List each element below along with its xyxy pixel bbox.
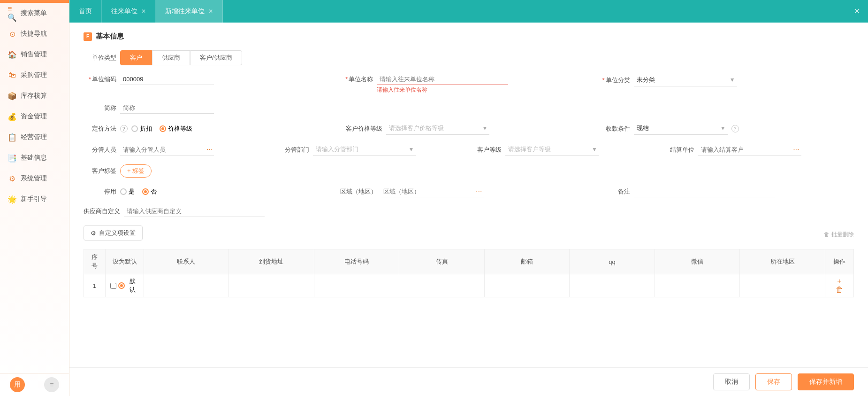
qq-input[interactable] (574, 282, 650, 289)
batch-delete-button[interactable]: 🗑 批量删除 (824, 231, 854, 239)
payment-help-icon[interactable]: ? (731, 125, 739, 132)
tab-partner-close[interactable]: ✕ (141, 8, 146, 15)
sidebar-item-operations[interactable]: 📋 经营管理 (0, 127, 69, 148)
radio-price-level[interactable]: 价格等级 (160, 124, 192, 133)
tab-partner[interactable]: 往来单位 ✕ (102, 0, 156, 23)
sidebar-item-quick-nav[interactable]: ⊙ 快捷导航 (0, 23, 69, 44)
cell-region[interactable] (740, 274, 825, 297)
section-header: F 基本信息 (84, 32, 854, 41)
manager-ellipsis-btn[interactable]: ··· (205, 145, 214, 154)
user-avatar[interactable]: 用 (10, 377, 25, 392)
default-radio[interactable]: 默认 (118, 277, 138, 294)
supplier-custom-group: 供应商自定义 (84, 206, 854, 217)
disabled-label: 停用 (84, 187, 116, 196)
unit-name-input[interactable] (377, 74, 508, 85)
cell-email[interactable] (484, 274, 570, 297)
wechat-input[interactable] (660, 282, 735, 289)
add-row-btn[interactable]: + (836, 277, 843, 286)
delete-row-btn[interactable]: 🗑 (834, 286, 845, 294)
tab-new-partner[interactable]: 新增往来单位 ✕ (156, 0, 223, 23)
sidebar-item-label: 搜索菜单 (21, 9, 47, 17)
customer-level-select[interactable]: 请选择客户等级 ▼ (505, 143, 599, 156)
fax-input[interactable] (404, 282, 480, 289)
sidebar-item-finance[interactable]: 💰 资金管理 (0, 106, 69, 127)
address-input[interactable] (234, 282, 309, 289)
unit-category-group: *单位分类 未分类 ▼ (597, 74, 854, 86)
required-star-name: * (345, 76, 348, 83)
manager-input[interactable] (120, 144, 205, 155)
sidebar-item-label: 系统管理 (21, 174, 47, 183)
manager-label: 分管人员 (84, 146, 116, 154)
unit-code-input[interactable] (120, 74, 214, 85)
customer-price-level-select[interactable]: 请选择客户价格等级 ▼ (386, 122, 489, 135)
settlement-input[interactable] (698, 144, 792, 155)
pricing-radio-group: 折扣 价格等级 (131, 124, 192, 133)
unit-type-btn-group: 客户 供应商 客户/供应商 (120, 50, 242, 65)
payment-terms-label: 收款条件 (597, 124, 630, 133)
cancel-button[interactable]: 取消 (713, 373, 750, 390)
settlement-ellipsis-btn[interactable]: ··· (791, 145, 801, 154)
sales-icon: 🏠 (8, 50, 17, 59)
custom-settings-label: 自定义项设置 (99, 229, 136, 237)
contact-input[interactable] (149, 282, 224, 289)
short-name-input[interactable] (120, 102, 214, 114)
radio-circle-no (142, 188, 149, 195)
sidebar-item-inventory[interactable]: 📦 库存核算 (0, 85, 69, 106)
sidebar-item-label: 资金管理 (21, 112, 47, 121)
settlement-group: 结算单位 ··· (662, 144, 854, 155)
tab-bar-close-btn[interactable]: ✕ (853, 6, 860, 16)
remark-label: 备注 (597, 187, 630, 196)
cell-contact[interactable] (144, 274, 229, 297)
email-input[interactable] (489, 282, 565, 289)
cell-phone[interactable] (314, 274, 399, 297)
row-checkbox[interactable] (110, 283, 116, 289)
disabled-group: 停用 是 否 (84, 187, 340, 196)
type-btn-supplier[interactable]: 供应商 (152, 50, 190, 65)
unit-category-select[interactable]: 未分类 ▼ (634, 74, 737, 86)
sidebar-item-label: 采购管理 (21, 71, 47, 79)
radio-discount[interactable]: 折扣 (131, 124, 152, 133)
remark-input[interactable] (634, 186, 775, 197)
customer-level-placeholder: 请选择客户等级 (505, 143, 590, 155)
main-area: 首页 往来单位 ✕ 新增往来单位 ✕ ✕ F 基本信息 单位类型 客户 供应商 … (69, 0, 868, 396)
type-btn-customer[interactable]: 客户 (120, 50, 152, 65)
region-input[interactable] (381, 186, 474, 197)
col-index: 序号 (84, 249, 106, 274)
payment-terms-select[interactable]: 现结 ▼ (634, 122, 728, 135)
base-info-icon: 📑 (8, 153, 17, 163)
content-area: F 基本信息 单位类型 客户 供应商 客户/供应商 *单位编码 (69, 23, 868, 367)
tab-home[interactable]: 首页 (69, 0, 102, 23)
pricing-help-icon[interactable]: ? (120, 125, 128, 132)
radio-discount-label: 折扣 (140, 124, 152, 133)
type-btn-both[interactable]: 客户/供应商 (190, 50, 242, 65)
supplier-custom-input[interactable] (124, 206, 265, 217)
cell-fax[interactable] (399, 274, 485, 297)
expand-icon[interactable]: ≡ (44, 377, 59, 392)
sidebar-item-purchase[interactable]: 🛍 采购管理 (0, 65, 69, 85)
sidebar-item-guide[interactable]: 🌟 新手引导 (0, 189, 69, 210)
region-ellipsis-btn[interactable]: ··· (474, 187, 484, 196)
custom-settings-button[interactable]: ⚙ 自定义项设置 (84, 225, 143, 241)
tab-new-partner-close[interactable]: ✕ (208, 8, 213, 15)
dept-group: 分管部门 请输入分管部门 ▼ (276, 143, 469, 156)
cell-qq[interactable] (570, 274, 655, 297)
sidebar-item-system[interactable]: ⚙ 系统管理 (0, 168, 69, 189)
sidebar-item-sales[interactable]: 🏠 销售管理 (0, 44, 69, 65)
contact-table: 序号 设为默认 联系人 到货地址 电话号码 传真 邮箱 qq 微信 所在地区 操… (84, 249, 854, 297)
radio-yes[interactable]: 是 (120, 187, 135, 196)
dept-select[interactable]: 请输入分管部门 ▼ (313, 143, 416, 156)
phone-input[interactable] (319, 282, 395, 289)
sidebar-item-search[interactable]: ≡🔍 搜索菜单 (0, 3, 69, 23)
cell-address[interactable] (229, 274, 314, 297)
radio-no[interactable]: 否 (142, 187, 157, 196)
add-tag-button[interactable]: + 标签 (120, 164, 152, 178)
customer-tag-label: 客户标签 (84, 167, 116, 175)
region-input-table[interactable] (745, 282, 820, 289)
save-button[interactable]: 保存 (755, 373, 792, 390)
save-new-button[interactable]: 保存并新增 (798, 373, 854, 390)
default-radio-circle (118, 282, 125, 289)
cell-wechat[interactable] (655, 274, 740, 297)
table-header-row: 序号 设为默认 联系人 到货地址 电话号码 传真 邮箱 qq 微信 所在地区 操… (84, 249, 854, 274)
tab-partner-label: 往来单位 (111, 7, 137, 16)
sidebar-item-base-info[interactable]: 📑 基础信息 (0, 148, 69, 168)
